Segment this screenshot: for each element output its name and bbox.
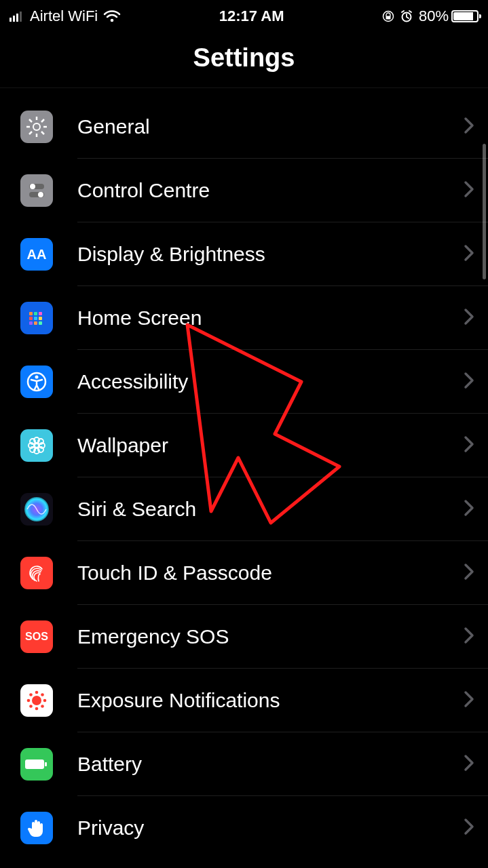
svg-rect-23 <box>29 317 33 320</box>
battery-full-icon <box>20 748 53 781</box>
svg-rect-1 <box>13 16 15 22</box>
accessibility-icon <box>20 366 53 398</box>
row-battery[interactable]: Battery <box>0 732 488 796</box>
row-display-brightness[interactable]: AA Display & Brightness <box>0 222 488 286</box>
chevron-right-icon <box>464 499 474 519</box>
flower-icon <box>20 429 53 462</box>
row-emergency-sos[interactable]: SOS Emergency SOS <box>0 605 488 669</box>
svg-point-4 <box>111 19 114 22</box>
battery-percent-label: 80% <box>419 7 449 25</box>
svg-rect-25 <box>39 317 42 320</box>
chevron-right-icon <box>464 117 474 137</box>
row-home-screen[interactable]: Home Screen <box>0 286 488 350</box>
chevron-right-icon <box>464 754 474 774</box>
row-label: Emergency SOS <box>77 625 464 648</box>
row-label: Display & Brightness <box>77 243 464 266</box>
svg-point-45 <box>43 699 47 703</box>
svg-point-46 <box>29 693 33 696</box>
sos-icon: SOS <box>20 620 53 653</box>
svg-rect-27 <box>34 321 37 325</box>
row-label: Touch ID & Passcode <box>77 561 464 585</box>
svg-point-19 <box>38 192 43 197</box>
svg-rect-28 <box>39 321 42 325</box>
chevron-right-icon <box>464 244 474 264</box>
svg-rect-3 <box>20 12 22 22</box>
row-exposure-notifications[interactable]: Exposure Notifications <box>0 669 488 732</box>
svg-point-31 <box>35 443 39 448</box>
row-label: General <box>77 115 464 138</box>
row-label: Battery <box>77 753 464 776</box>
svg-point-47 <box>41 693 44 696</box>
svg-point-43 <box>35 707 39 711</box>
svg-rect-2 <box>16 14 18 22</box>
clock-label: 12:17 AM <box>219 7 284 25</box>
chevron-right-icon <box>464 180 474 201</box>
settings-list: General Control Centre AA Display & Brig… <box>0 95 488 860</box>
hand-icon <box>20 812 53 844</box>
scrollbar-thumb[interactable] <box>483 144 486 279</box>
row-label: Privacy <box>77 816 464 840</box>
carrier-label: Airtel WiFi <box>30 7 98 25</box>
page-title: Settings <box>0 27 488 88</box>
toggles-icon <box>20 174 53 207</box>
exposure-icon <box>20 684 53 717</box>
status-bar: Airtel WiFi 12:17 AM 80% <box>0 0 488 27</box>
row-label: Siri & Search <box>77 498 464 521</box>
svg-rect-22 <box>39 312 42 315</box>
rotation-lock-icon <box>382 10 394 22</box>
svg-rect-24 <box>34 317 37 320</box>
svg-point-30 <box>35 376 39 379</box>
row-label: Accessibility <box>77 370 464 393</box>
battery-icon <box>451 10 478 22</box>
svg-rect-50 <box>25 760 44 769</box>
row-label: Control Centre <box>77 179 464 202</box>
row-control-centre[interactable]: Control Centre <box>0 159 488 222</box>
svg-rect-26 <box>29 321 33 325</box>
svg-point-44 <box>27 699 31 703</box>
row-touch-id[interactable]: Touch ID & Passcode <box>0 541 488 605</box>
row-privacy[interactable]: Privacy <box>0 796 488 860</box>
svg-rect-51 <box>45 762 47 766</box>
row-label: Exposure Notifications <box>77 689 464 712</box>
chevron-right-icon <box>464 818 474 838</box>
svg-rect-6 <box>386 16 390 20</box>
row-accessibility[interactable]: Accessibility <box>0 350 488 414</box>
chevron-right-icon <box>464 690 474 711</box>
app-grid-icon <box>20 302 53 334</box>
svg-point-17 <box>30 184 35 189</box>
svg-point-41 <box>32 696 41 705</box>
chevron-right-icon <box>464 563 474 583</box>
row-general[interactable]: General <box>0 95 488 159</box>
wifi-icon <box>103 9 121 23</box>
svg-point-49 <box>41 705 44 708</box>
svg-rect-21 <box>34 312 37 315</box>
svg-line-15 <box>41 119 44 122</box>
svg-line-12 <box>29 119 32 122</box>
chevron-right-icon <box>464 435 474 456</box>
chevron-right-icon <box>464 627 474 647</box>
gear-icon <box>20 111 53 143</box>
row-label: Wallpaper <box>77 434 464 457</box>
svg-point-42 <box>35 691 39 694</box>
svg-point-48 <box>29 705 33 708</box>
siri-icon <box>20 493 53 526</box>
row-siri-search[interactable]: Siri & Search <box>0 477 488 541</box>
alarm-icon <box>400 9 413 23</box>
row-wallpaper[interactable]: Wallpaper <box>0 414 488 477</box>
row-label: Home Screen <box>77 307 464 330</box>
text-size-icon: AA <box>20 238 53 271</box>
svg-line-13 <box>41 132 44 134</box>
svg-rect-0 <box>10 18 12 22</box>
signal-icon <box>10 11 24 22</box>
chevron-right-icon <box>464 372 474 392</box>
chevron-right-icon <box>464 308 474 328</box>
fingerprint-icon <box>20 557 53 589</box>
svg-rect-20 <box>29 312 33 315</box>
bottom-spacer <box>0 853 488 868</box>
svg-line-14 <box>29 132 32 134</box>
